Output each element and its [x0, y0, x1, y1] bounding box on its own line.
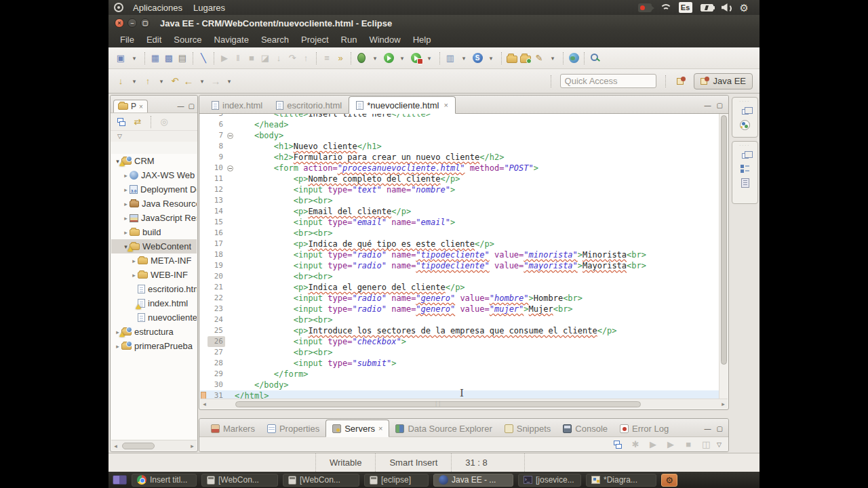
taskbar-item--diagra-[interactable]: *Diagra...: [586, 474, 656, 487]
bottom-tab-console[interactable]: Console: [557, 421, 614, 436]
maximize-view-icon[interactable]: ▢: [189, 102, 195, 110]
dd-icon[interactable]: ▾: [546, 52, 559, 65]
browser-icon[interactable]: [567, 52, 580, 65]
drag-handle[interactable]: ∙∙∙∙: [740, 144, 751, 146]
scroll-right-icon[interactable]: ▸: [719, 401, 728, 407]
menu-project[interactable]: Project: [295, 35, 334, 45]
code-line-21[interactable]: 21 <p>Indica el genero del cliente</p>: [200, 282, 728, 293]
code-line-22[interactable]: 22 <input type="radio" name="genero" val…: [200, 293, 728, 304]
save-icon[interactable]: ▦: [149, 52, 162, 65]
menu-aplicaciones[interactable]: Aplicaciones: [127, 0, 188, 15]
tree-item-deployment-descriptor[interactable]: ▸Deployment Descriptor: [111, 182, 197, 197]
drag-handle[interactable]: ∙∙∙∙: [740, 100, 751, 102]
menu-search[interactable]: Search: [255, 35, 295, 45]
dd-icon[interactable]: ▾: [484, 52, 498, 65]
editor-tab-index-html[interactable]: index.html: [205, 98, 269, 113]
editor-horizontal-scrollbar[interactable]: ◂ ┊┊ ▸: [200, 399, 728, 409]
menu-source[interactable]: Source: [167, 35, 208, 45]
menu-help[interactable]: Help: [407, 35, 437, 45]
maximize-editor-icon[interactable]: ▢: [717, 102, 723, 109]
code-line-6[interactable]: 6 </head>: [200, 119, 728, 130]
run-last-icon[interactable]: [409, 52, 422, 65]
code-line-11[interactable]: 11 <p>Nombre completo del cliente</p>: [200, 174, 728, 184]
code-line-12[interactable]: 12 <input type="text" name="nombre">: [200, 184, 728, 195]
skip-breakpoints-icon[interactable]: ╲: [197, 52, 210, 65]
expand-arrow-icon[interactable]: ▸: [122, 229, 130, 236]
menu-lugares[interactable]: Lugares: [188, 0, 231, 15]
web-service-icon[interactable]: S: [471, 52, 484, 65]
view-menu-icon[interactable]: ▽: [717, 441, 722, 448]
close-tab-icon[interactable]: ×: [378, 424, 382, 432]
tree-item-estructura[interactable]: ▸estructura: [111, 325, 197, 339]
scrollbar-thumb[interactable]: [122, 443, 155, 449]
code-line-8[interactable]: 8 <h1>Nuevo cliente</h1>: [200, 141, 728, 152]
code-line-20[interactable]: 20 <br><br>: [200, 271, 728, 282]
code-line-29[interactable]: 29 </form>: [200, 369, 728, 380]
next-annotation-icon[interactable]: ↓: [114, 75, 127, 88]
bottom-tab-properties[interactable]: Properties: [261, 421, 326, 436]
screen-recorder-icon[interactable]: [638, 3, 652, 12]
code-line-31[interactable]: 31</html>: [200, 390, 728, 399]
code-line-23[interactable]: 23 <input type="radio" name="genero" val…: [200, 304, 728, 314]
expand-arrow-icon[interactable]: ▸: [122, 186, 130, 193]
dd-icon[interactable]: ▾: [127, 75, 141, 88]
taskbar-item--webcon-[interactable]: [WebCon...: [283, 474, 359, 487]
expand-arrow-icon[interactable]: ▸: [130, 258, 138, 264]
dd-icon[interactable]: ▾: [422, 52, 436, 65]
editor-tab--nuevocliente-html[interactable]: *nuevocliente.html×: [349, 96, 456, 114]
bottom-tab-data-source-explorer[interactable]: Data Source Explorer: [389, 421, 498, 436]
taskbar-item--josevice-[interactable]: ›_[josevice...: [518, 474, 581, 487]
print-icon[interactable]: ▤: [176, 52, 189, 65]
editor-vertical-scrollbar[interactable]: [719, 114, 728, 399]
code-line-18[interactable]: 18 <input type="radio" name="tipodeclien…: [200, 249, 728, 260]
tree-item-index-html[interactable]: index.html: [111, 296, 197, 310]
code-line-27[interactable]: 27 <br><br>: [200, 347, 728, 358]
menu-edit[interactable]: Edit: [140, 35, 167, 45]
quick-access-input[interactable]: [560, 74, 656, 88]
fold-collapse-icon[interactable]: [225, 163, 235, 174]
window-minimize-button[interactable]: –: [127, 18, 137, 28]
outline-view-icon[interactable]: [741, 164, 749, 173]
search-run-icon[interactable]: [588, 52, 601, 65]
bottom-tab-snippets[interactable]: Snippets: [498, 421, 557, 436]
dd-icon[interactable]: ▾: [155, 75, 168, 88]
code-line-15[interactable]: 15 <input type="email" name="email">: [200, 217, 728, 228]
taskbar-item-insert-titl-[interactable]: Insert titl...: [132, 474, 197, 487]
tree-item-java-resources[interactable]: ▸Java Resources: [111, 197, 197, 211]
expand-arrow-icon[interactable]: ▸: [122, 172, 130, 179]
close-view-icon[interactable]: ×: [139, 103, 143, 110]
taskbar-item-java-ee-[interactable]: Java EE - ...: [433, 474, 513, 487]
minimize-view-icon[interactable]: —: [705, 425, 711, 432]
scrollbar-thumb[interactable]: ┊┊: [235, 401, 641, 407]
code-line-16[interactable]: 16 <br><br>: [200, 228, 728, 239]
highlighter-icon[interactable]: ✎: [532, 52, 546, 65]
menu-window[interactable]: Window: [363, 35, 406, 45]
link-with-editor-icon[interactable]: ⇄: [131, 115, 144, 129]
editor-tab-escritorio-html[interactable]: escritorio.html: [269, 98, 349, 113]
menu-file[interactable]: File: [114, 35, 140, 45]
code-line-9[interactable]: 9 <h2>Formulario para crear un nuevo cli…: [200, 152, 728, 163]
code-line-26[interactable]: 26 <input type="checkbox">: [200, 336, 728, 347]
export-folder-icon[interactable]: [505, 52, 519, 65]
collapse-tree-icon[interactable]: [611, 438, 625, 451]
taskbar-item--eclipse-[interactable]: [eclipse]: [364, 474, 429, 487]
workspace-switcher[interactable]: [113, 475, 127, 485]
dd-icon[interactable]: ▾: [195, 75, 209, 88]
restore-view-icon[interactable]: [742, 109, 749, 115]
previous-annotation-icon[interactable]: ↑: [141, 75, 155, 88]
tree-item-meta-inf[interactable]: ▸META-INF: [111, 253, 197, 268]
snippets-view-icon[interactable]: [741, 178, 749, 188]
code-line-25[interactable]: 25 <p>Introduce los sectores de la empre…: [200, 325, 728, 336]
close-tab-icon[interactable]: ×: [443, 101, 448, 109]
scrollbar-thumb[interactable]: [721, 115, 727, 365]
dd-icon[interactable]: ▾: [395, 52, 409, 65]
palette-view-icon[interactable]: [740, 120, 750, 130]
fold-collapse-icon[interactable]: [225, 130, 235, 141]
maximize-view-icon[interactable]: ▢: [717, 425, 723, 432]
bottom-tab-error-log[interactable]: Error Log: [614, 421, 675, 436]
run-icon[interactable]: [382, 52, 395, 65]
tree-item-build[interactable]: ▸build: [111, 225, 197, 239]
expand-arrow-icon[interactable]: ▸: [122, 215, 130, 222]
code-line-28[interactable]: 28 <input type="submit">: [200, 358, 728, 369]
code-line-19[interactable]: 19 <input type="radio" name="tipodeclien…: [200, 260, 728, 271]
